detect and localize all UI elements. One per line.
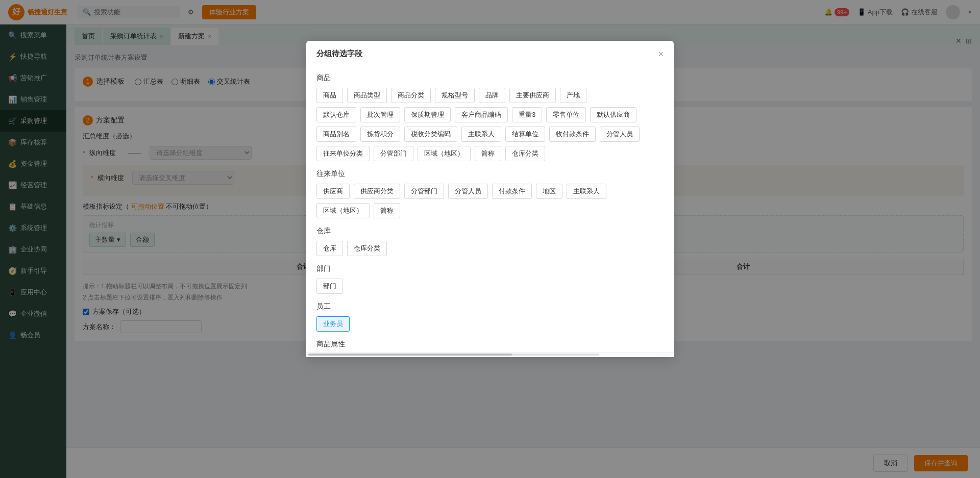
field-product[interactable]: 商品	[316, 88, 343, 103]
section-product-fields4: 往来单位分类 分管部门 区域（地区） 简称 仓库分类	[316, 146, 664, 161]
field-product-type[interactable]: 商品类型	[347, 88, 387, 103]
section-product-attr-title: 商品属性	[316, 340, 664, 349]
section-product-fields3: 商品别名 拣货积分 税收分类编码 主联系人 结算单位 收付款条件 分管人员	[316, 127, 664, 142]
modal-header: 分组待选字段 ×	[306, 41, 674, 65]
field-main-supplier[interactable]: 主要供应商	[509, 88, 556, 103]
field-warehouse-cat[interactable]: 仓库分类	[347, 241, 387, 256]
field-partner-supervisor[interactable]: 分管人员	[448, 184, 488, 199]
field-main-contact-partner[interactable]: 主联系人	[567, 184, 606, 199]
section-dept-title: 部门	[316, 264, 664, 273]
field-retail-unit[interactable]: 零售单位	[546, 107, 586, 122]
field-partner-category[interactable]: 往来单位分类	[316, 146, 370, 161]
section-product-fields: 商品 商品类型 商品分类 规格型号 品牌 主要供应商 产地	[316, 88, 664, 103]
field-settlement-unit[interactable]: 结算单位	[505, 127, 545, 142]
section-product-fields2: 默认仓库 批次管理 保质期管理 客户商品编码 重量3 零售单位 默认供应商	[316, 107, 664, 122]
section-employee-fields: 业务员	[316, 316, 664, 332]
field-payment-condition[interactable]: 付款条件	[492, 184, 532, 199]
field-area[interactable]: 地区	[536, 184, 562, 199]
modal-title: 分组待选字段	[316, 49, 362, 59]
field-default-supplier[interactable]: 默认供应商	[590, 107, 636, 122]
field-product-alias[interactable]: 商品别名	[316, 127, 356, 142]
field-customer-code[interactable]: 客户商品编码	[455, 107, 508, 122]
section-warehouse-fields: 仓库 仓库分类	[316, 241, 664, 256]
modal-body[interactable]: 商品 商品 商品类型 商品分类 规格型号 品牌 主要供应商 产地 默认仓库 批次…	[306, 65, 674, 352]
field-salesperson[interactable]: 业务员	[316, 316, 350, 332]
field-expiry-mgmt[interactable]: 保质期管理	[404, 107, 451, 122]
field-default-warehouse[interactable]: 默认仓库	[316, 107, 356, 122]
field-main-contact[interactable]: 主联系人	[461, 127, 501, 142]
field-warehouse[interactable]: 仓库	[316, 241, 343, 256]
field-dept[interactable]: 分管部门	[374, 146, 413, 161]
field-abbr-partner[interactable]: 简称	[374, 203, 400, 218]
section-product-title: 商品	[316, 73, 664, 83]
field-weight3[interactable]: 重量3	[512, 107, 542, 122]
modal-horizontal-scrollbar[interactable]	[306, 352, 674, 357]
modal-close-button[interactable]: ×	[658, 49, 664, 59]
field-region-product[interactable]: 区域（地区）	[418, 146, 471, 161]
field-origin[interactable]: 产地	[560, 88, 586, 103]
field-brand[interactable]: 品牌	[479, 88, 505, 103]
field-supplier-category[interactable]: 供应商分类	[354, 184, 400, 199]
field-region-partner[interactable]: 区域（地区）	[316, 203, 370, 218]
field-batch-mgmt[interactable]: 批次管理	[360, 107, 400, 122]
field-spec-model[interactable]: 规格型号	[435, 88, 475, 103]
modal: 分组待选字段 × 商品 商品 商品类型 商品分类 规格型号 品牌 主要供应商 产…	[306, 41, 674, 357]
section-partner-fields: 供应商 供应商分类 分管部门 分管人员 付款条件 地区 主联系人	[316, 184, 664, 199]
field-warehouse-category[interactable]: 仓库分类	[505, 146, 545, 161]
section-partner-title: 往来单位	[316, 169, 664, 179]
field-supervisor[interactable]: 分管人员	[600, 127, 640, 142]
section-partner-fields2: 区域（地区） 简称	[316, 203, 664, 218]
field-tax-code[interactable]: 税收分类编码	[404, 127, 457, 142]
section-dept-fields: 部门	[316, 279, 664, 294]
section-warehouse-title: 仓库	[316, 227, 664, 236]
field-department[interactable]: 部门	[316, 279, 343, 294]
field-picking-points[interactable]: 拣货积分	[360, 127, 400, 142]
overlay: 分组待选字段 × 商品 商品 商品类型 商品分类 规格型号 品牌 主要供应商 产…	[0, 0, 980, 478]
field-supplier[interactable]: 供应商	[316, 184, 350, 199]
section-employee-title: 员工	[316, 302, 664, 311]
field-product-category[interactable]: 商品分类	[391, 88, 431, 103]
field-abbr-product[interactable]: 简称	[475, 146, 501, 161]
field-payment-terms[interactable]: 收付款条件	[549, 127, 596, 142]
field-partner-dept[interactable]: 分管部门	[404, 184, 444, 199]
